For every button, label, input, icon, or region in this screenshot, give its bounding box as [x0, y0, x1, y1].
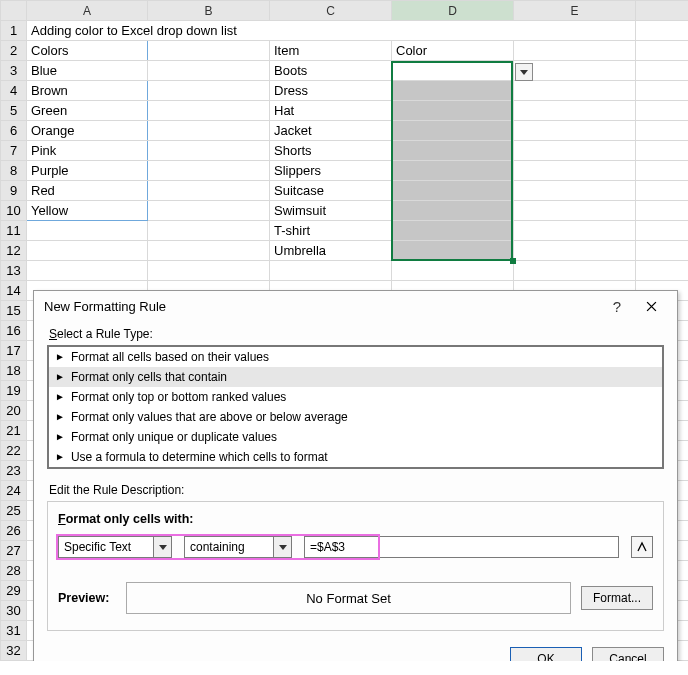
cell[interactable]: Suitcase	[270, 181, 392, 201]
rule-type-item[interactable]: ►Format only values that are above or be…	[49, 407, 662, 427]
cell[interactable]: Brown	[27, 81, 148, 101]
cell[interactable]: Shorts	[270, 141, 392, 161]
cell[interactable]	[148, 261, 270, 281]
cell[interactable]	[514, 261, 636, 281]
row-header[interactable]: 10	[1, 201, 27, 221]
dropdown-button[interactable]	[515, 63, 533, 81]
cell[interactable]	[636, 81, 689, 101]
cell[interactable]: Color	[392, 41, 514, 61]
close-button[interactable]	[631, 295, 671, 317]
cell[interactable]	[148, 101, 270, 121]
rule-type-item[interactable]: ►Format only top or bottom ranked values	[49, 387, 662, 407]
cell[interactable]: Purple	[27, 161, 148, 181]
col-header-E[interactable]: E	[514, 1, 636, 21]
row-header[interactable]: 25	[1, 501, 27, 521]
row-header[interactable]: 30	[1, 601, 27, 621]
cell[interactable]: Slippers	[270, 161, 392, 181]
ok-button[interactable]: OK	[510, 647, 582, 661]
cell[interactable]: Orange	[27, 121, 148, 141]
cell[interactable]	[392, 181, 514, 201]
cell[interactable]	[636, 61, 689, 81]
row-header[interactable]: 18	[1, 361, 27, 381]
range-picker-button[interactable]	[631, 536, 653, 558]
cell[interactable]: Item	[270, 41, 392, 61]
cell[interactable]	[392, 241, 514, 261]
cell[interactable]	[636, 141, 689, 161]
cell[interactable]	[636, 121, 689, 141]
row-header[interactable]: 15	[1, 301, 27, 321]
cell[interactable]	[148, 81, 270, 101]
cell[interactable]	[514, 41, 636, 61]
cell[interactable]: T-shirt	[270, 221, 392, 241]
cell[interactable]: Dress	[270, 81, 392, 101]
cell[interactable]: Hat	[270, 101, 392, 121]
col-header-D[interactable]: D	[392, 1, 514, 21]
cell[interactable]	[148, 241, 270, 261]
cell[interactable]: Red	[27, 181, 148, 201]
row-header[interactable]: 8	[1, 161, 27, 181]
cell[interactable]	[636, 161, 689, 181]
cell[interactable]	[27, 221, 148, 241]
row-header[interactable]: 17	[1, 341, 27, 361]
cell[interactable]	[392, 141, 514, 161]
row-header[interactable]: 31	[1, 621, 27, 641]
row-header[interactable]: 13	[1, 261, 27, 281]
row-header[interactable]: 24	[1, 481, 27, 501]
row-header[interactable]: 14	[1, 281, 27, 301]
help-button[interactable]: ?	[603, 298, 631, 315]
cell[interactable]: Green	[27, 101, 148, 121]
format-button[interactable]: Format...	[581, 586, 653, 610]
cell[interactable]	[514, 201, 636, 221]
row-header[interactable]: 4	[1, 81, 27, 101]
rule-type-item[interactable]: ►Use a formula to determine which cells …	[49, 447, 662, 467]
cell[interactable]	[148, 141, 270, 161]
cell[interactable]	[148, 221, 270, 241]
cell[interactable]	[148, 121, 270, 141]
cell[interactable]	[392, 161, 514, 181]
cell[interactable]	[636, 221, 689, 241]
cancel-button[interactable]: Cancel	[592, 647, 664, 661]
cell[interactable]	[514, 241, 636, 261]
cell[interactable]	[636, 181, 689, 201]
row-header[interactable]: 11	[1, 221, 27, 241]
row-header[interactable]: 32	[1, 641, 27, 661]
cell[interactable]	[636, 201, 689, 221]
row-header[interactable]: 3	[1, 61, 27, 81]
col-header-C[interactable]: C	[270, 1, 392, 21]
cell[interactable]	[27, 241, 148, 261]
cell[interactable]	[514, 221, 636, 241]
cell[interactable]: Blue	[27, 61, 148, 81]
row-header[interactable]: 12	[1, 241, 27, 261]
rule-type-item[interactable]: ►Format all cells based on their values	[49, 347, 662, 367]
cell[interactable]	[392, 101, 514, 121]
cell[interactable]	[514, 121, 636, 141]
rule-type-item[interactable]: ►Format only cells that contain	[49, 367, 662, 387]
cell[interactable]	[514, 181, 636, 201]
cell[interactable]	[514, 81, 636, 101]
cell[interactable]: Umbrella	[270, 241, 392, 261]
cell[interactable]	[392, 61, 514, 81]
cell[interactable]: Boots	[270, 61, 392, 81]
cell[interactable]: Yellow	[27, 201, 148, 221]
row-header[interactable]: 26	[1, 521, 27, 541]
cell[interactable]	[148, 161, 270, 181]
cell[interactable]	[148, 41, 270, 61]
row-header[interactable]: 1	[1, 21, 27, 41]
cell[interactable]	[392, 261, 514, 281]
row-header[interactable]: 28	[1, 561, 27, 581]
cell[interactable]: Swimsuit	[270, 201, 392, 221]
formula-input[interactable]: =$A$3	[304, 536, 619, 558]
cell[interactable]	[392, 201, 514, 221]
cell[interactable]	[636, 241, 689, 261]
row-header[interactable]: 22	[1, 441, 27, 461]
cell[interactable]	[148, 201, 270, 221]
cell[interactable]	[514, 141, 636, 161]
row-header[interactable]: 5	[1, 101, 27, 121]
row-header[interactable]: 7	[1, 141, 27, 161]
header-colors[interactable]: Colors	[27, 41, 148, 61]
cell[interactable]	[636, 261, 689, 281]
cell[interactable]	[27, 261, 148, 281]
cell[interactable]: Jacket	[270, 121, 392, 141]
row-header[interactable]: 20	[1, 401, 27, 421]
row-header[interactable]: 6	[1, 121, 27, 141]
